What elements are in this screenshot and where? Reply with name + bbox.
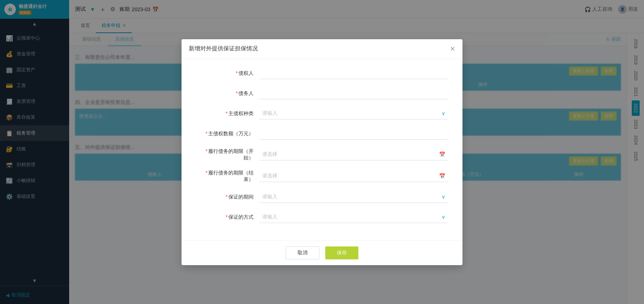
principal-type-select[interactable]: 请输入 ∨ [259, 108, 448, 119]
guarantee-method-placeholder: 请输入 [262, 214, 277, 220]
period-end-placeholder: 请选择 [262, 173, 277, 179]
form-row-principal-amount: *主债权数额（万元） [196, 128, 448, 140]
principal-type-placeholder: 请输入 [262, 110, 277, 117]
dialog-title: 新增对外提供保证担保情况 [189, 45, 258, 53]
guarantee-period-label: *保证的期间 [196, 194, 254, 200]
guarantee-period-arrow-icon: ∨ [442, 194, 445, 200]
dialog-body: *债权人 *债务人 *主债权种类 请输入 ∨ [182, 59, 462, 240]
period-end-label: *履行债务的期限（结束） [196, 170, 254, 183]
principal-type-required: * [226, 110, 228, 116]
guarantee-method-select[interactable]: 请输入 ∨ [259, 212, 448, 223]
period-start-picker[interactable]: 请选择 📅 [259, 149, 448, 160]
creditor-input[interactable] [259, 68, 448, 79]
guarantee-period-select[interactable]: 请输入 ∨ [259, 191, 448, 203]
dialog-add-guarantee: 新增对外提供保证担保情况 ✕ *债权人 *债务人 *主债权种类 [182, 39, 462, 265]
principal-type-label: *主债权种类 [196, 110, 254, 117]
debtor-label: *债务人 [196, 90, 254, 97]
form-row-guarantee-method: *保证的方式 请输入 ∨ [196, 212, 448, 223]
guarantee-method-arrow-icon: ∨ [442, 214, 445, 220]
dialog-close-button[interactable]: ✕ [450, 45, 455, 53]
modal-overlay: 新增对外提供保证担保情况 ✕ *债权人 *债务人 *主债权种类 [0, 0, 644, 304]
period-end-required: * [206, 170, 207, 176]
form-row-debtor: *债务人 [196, 88, 448, 99]
guarantee-method-required: * [226, 214, 228, 220]
period-start-placeholder: 请选择 [262, 151, 277, 158]
period-start-required: * [206, 148, 207, 154]
form-row-period-end: *履行债务的期限（结束） 请选择 📅 [196, 170, 448, 183]
period-end-calendar-icon: 📅 [439, 173, 445, 179]
principal-amount-required: * [206, 131, 207, 136]
dialog-footer: 取消 保存 [182, 240, 462, 265]
period-start-calendar-icon: 📅 [439, 151, 445, 157]
principal-amount-input[interactable] [259, 128, 448, 140]
guarantee-period-placeholder: 请输入 [262, 194, 277, 200]
principal-amount-label: *主债权数额（万元） [196, 131, 254, 137]
save-button[interactable]: 保存 [325, 246, 358, 259]
guarantee-method-label: *保证的方式 [196, 214, 254, 221]
debtor-input[interactable] [259, 88, 448, 99]
creditor-label: *债权人 [196, 70, 254, 77]
period-end-picker[interactable]: 请选择 📅 [259, 171, 448, 182]
form-row-creditor: *债权人 [196, 68, 448, 79]
form-row-principal-type: *主债权种类 请输入 ∨ [196, 108, 448, 119]
principal-type-arrow-icon: ∨ [442, 110, 445, 116]
guarantee-period-required: * [226, 194, 228, 200]
dialog-header: 新增对外提供保证担保情况 ✕ [182, 39, 462, 59]
form-row-guarantee-period: *保证的期间 请输入 ∨ [196, 191, 448, 203]
creditor-required-mark: * [236, 70, 238, 76]
period-start-label: *履行债务的期限（开始） [196, 148, 254, 161]
debtor-required-mark: * [236, 90, 238, 96]
form-row-period-start: *履行债务的期限（开始） 请选择 📅 [196, 148, 448, 161]
cancel-button[interactable]: 取消 [286, 246, 319, 259]
